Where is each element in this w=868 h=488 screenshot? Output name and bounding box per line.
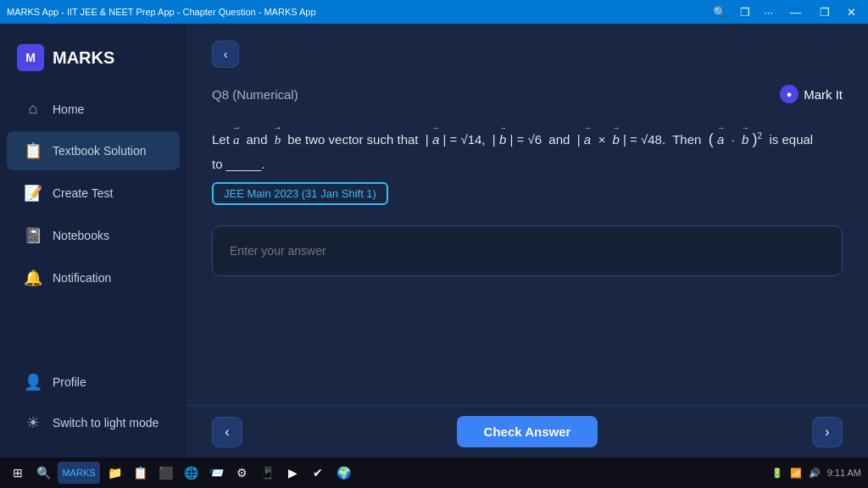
arrow-b: → <box>274 120 282 136</box>
profile-icon: 👤 <box>24 373 42 391</box>
taskbar-right: 🔋 📶 🔊 9:11 AM <box>771 468 861 479</box>
sidebar-item-profile[interactable]: 👤 Profile <box>7 363 180 402</box>
search-icon[interactable]: 🔍 <box>709 6 730 19</box>
arr-bd: → b <box>742 121 748 151</box>
prev-button[interactable]: ‹ <box>212 417 242 447</box>
sidebar-item-create-test[interactable]: 📝 Create Test <box>7 174 180 213</box>
taskbar-icon-check[interactable]: ✔ <box>307 462 329 484</box>
arr-bx-sym: → <box>612 121 620 135</box>
taskbar: ⊞ 🔍 MARKS 📁 📋 ⬛ 🌐 📨 ⚙ 📱 ▶ ✔ 🌍 🔋 📶 🔊 9:11… <box>0 458 868 488</box>
taskbar-time: 9:11 AM <box>827 468 861 478</box>
minimize-btn[interactable]: — <box>783 6 808 19</box>
sidebar-label-notification: Notification <box>53 271 111 285</box>
search-taskbar-icon[interactable]: 🔍 <box>32 462 54 484</box>
arr-ax-sym: → <box>583 121 591 135</box>
close-btn[interactable]: ✕ <box>842 6 861 19</box>
title-bar: MARKS App - IIT JEE & NEET Prep App - Ch… <box>0 0 868 24</box>
logo-icon: M <box>17 44 44 71</box>
taskbar-icon-4[interactable]: 🌐 <box>180 462 202 484</box>
sidebar-item-home[interactable]: ⌂ Home <box>7 90 180 128</box>
mag-a: → a <box>429 132 443 147</box>
mark-it-icon: ● <box>780 85 798 103</box>
arr-ad: → a <box>717 121 724 151</box>
notebooks-icon: 📓 <box>24 226 42 245</box>
sidebar-item-textbook[interactable]: 📋 Textbook Solution <box>7 131 180 170</box>
taskbar-battery: 🔋 <box>771 468 783 479</box>
vec-b: → b <box>275 133 284 147</box>
notification-icon: 🔔 <box>24 269 42 287</box>
title-bar-controls[interactable]: 🔍 ❐ ··· — ❐ ✕ <box>709 6 861 19</box>
arr-ax: → a <box>584 121 591 151</box>
question-text: Let → a and → b be two v <box>212 120 843 175</box>
taskbar-icon-6[interactable]: ⚙ <box>231 462 253 484</box>
marks-app-taskbar[interactable]: MARKS <box>58 462 100 484</box>
question-body: Let → a and → b be two v <box>212 132 813 171</box>
answer-input-container[interactable] <box>212 225 843 276</box>
mag-b: → b <box>496 132 510 147</box>
question-area: ‹ Q8 (Numerical) ● Mark It Let <box>186 24 868 405</box>
textbook-icon: 📋 <box>24 141 42 160</box>
arr-a2: → <box>432 121 440 135</box>
bottom-bar: ‹ Check Answer › <box>186 405 868 458</box>
sidebar-bottom: 👤 Profile ☀ Switch to light mode <box>0 361 186 444</box>
light-mode-icon: ☀ <box>24 413 42 432</box>
taskbar-left: ⊞ 🔍 MARKS 📁 📋 ⬛ 🌐 📨 ⚙ 📱 ▶ ✔ 🌍 <box>7 462 354 484</box>
arr-bd-sym: → <box>742 121 749 135</box>
taskbar-icon-globe[interactable]: 🌍 <box>332 462 354 484</box>
tag-badge: JEE Main 2023 (31 Jan Shift 1) <box>212 182 388 205</box>
arr-ad-sym: → <box>717 121 725 135</box>
mag-a-inner: → a <box>432 121 439 151</box>
taskbar-icon-5[interactable]: 📨 <box>205 462 227 484</box>
arrow-a: → <box>232 120 241 136</box>
question-label: Q8 (Numerical) <box>212 87 298 102</box>
app-body: M MARKS ⌂ Home 📋 Textbook Solution 📝 Cre… <box>0 24 868 458</box>
main-content: ‹ Q8 (Numerical) ● Mark It Let <box>186 24 868 458</box>
power-2: 2 <box>758 131 763 141</box>
start-icon[interactable]: ⊞ <box>7 462 29 484</box>
taskbar-icon-8[interactable]: ▶ <box>281 462 303 484</box>
maximize-btn[interactable]: ❐ <box>815 6 835 19</box>
question-header: Q8 (Numerical) ● Mark It <box>212 85 843 103</box>
sidebar-logo: M MARKS <box>0 37 186 88</box>
sidebar-label-notebooks: Notebooks <box>53 229 109 242</box>
taskbar-icon-marks2[interactable]: 📱 <box>256 462 278 484</box>
vec-b-symbol: → b <box>275 120 281 152</box>
paren-open: ( <box>709 130 714 147</box>
vec-a: → a <box>233 133 242 147</box>
home-icon: ⌂ <box>24 100 42 118</box>
mark-it-button[interactable]: ● Mark It <box>780 85 843 103</box>
sidebar-item-notebooks[interactable]: 📓 Notebooks <box>7 216 180 255</box>
sidebar: M MARKS ⌂ Home 📋 Textbook Solution 📝 Cre… <box>0 24 186 458</box>
logo-symbol: M <box>25 51 36 64</box>
folder-icon[interactable]: 📁 <box>103 462 125 484</box>
sidebar-label-home: Home <box>53 103 84 116</box>
answer-input[interactable] <box>230 244 825 258</box>
taskbar-icon-3[interactable]: ⬛ <box>154 462 176 484</box>
taskbar-sound: 🔊 <box>809 468 821 479</box>
sidebar-item-switch-mode[interactable]: ☀ Switch to light mode <box>7 403 180 442</box>
next-button[interactable]: › <box>812 417 843 447</box>
sidebar-label-switch-mode: Switch to light mode <box>53 415 159 430</box>
sidebar-label-textbook: Textbook Solution <box>53 143 147 158</box>
sidebar-label-create-test: Create Test <box>53 186 113 200</box>
window-title: MARKS App - IIT JEE & NEET Prep App - Ch… <box>7 7 316 17</box>
question-tag: JEE Main 2023 (31 Jan Shift 1) <box>212 182 843 225</box>
create-test-icon: 📝 <box>24 184 42 202</box>
vec-a-symbol: → a <box>233 120 240 152</box>
cross-ab: → a × → b <box>581 132 623 147</box>
sidebar-item-notification[interactable]: 🔔 Notification <box>7 258 180 297</box>
more-icon[interactable]: ··· <box>760 6 776 19</box>
taskbar-icon-2[interactable]: 📋 <box>129 462 151 484</box>
tab-icon[interactable]: ❐ <box>737 6 754 19</box>
mag-b-inner: → b <box>499 121 506 151</box>
top-bar: ‹ <box>212 41 843 68</box>
dot-ab: → a · → b <box>717 132 753 147</box>
arr-bx: → b <box>613 121 620 151</box>
logo-text: MARKS <box>53 48 114 68</box>
arr-b2: → <box>499 121 507 135</box>
sidebar-label-profile: Profile <box>53 375 86 389</box>
taskbar-wifi: 📶 <box>790 468 802 479</box>
back-button[interactable]: ‹ <box>212 41 239 68</box>
mark-it-label: Mark It <box>804 87 843 102</box>
check-answer-button[interactable]: Check Answer <box>457 416 598 447</box>
